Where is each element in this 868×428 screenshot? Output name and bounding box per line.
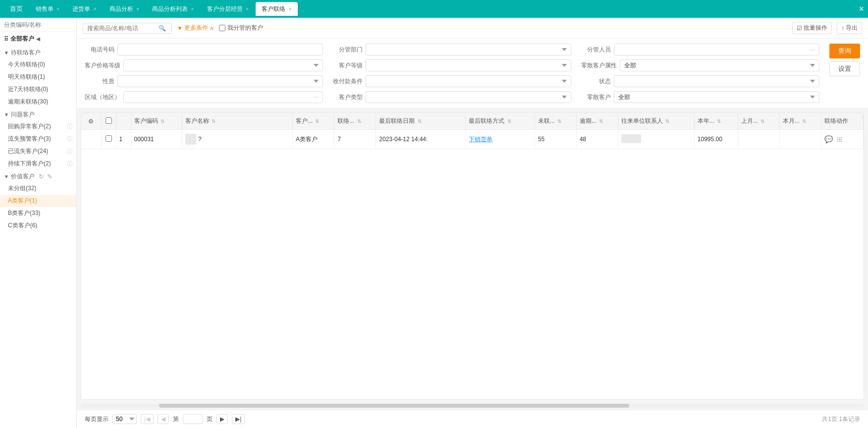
all-customers-header[interactable]: ⠿ 全部客户 ◀ bbox=[0, 32, 76, 46]
collapse-icon: ◀ bbox=[36, 36, 40, 42]
sidebar-item-ungrouped[interactable]: 未分组(32) bbox=[0, 182, 76, 195]
first-page-button[interactable]: |◀ bbox=[141, 414, 154, 424]
next-page-button[interactable]: ▶ bbox=[217, 414, 228, 424]
col-gear[interactable]: ⚙ bbox=[81, 113, 101, 130]
customer-level-select[interactable] bbox=[366, 59, 571, 71]
manager-input[interactable]: ··· bbox=[614, 44, 819, 55]
action-qr-icon[interactable]: ⊞ bbox=[837, 135, 843, 143]
sidebar-item-a-class[interactable]: A类客户(1) bbox=[0, 195, 76, 207]
row-this-year: 10995.00 bbox=[694, 130, 738, 149]
filter-more-btn[interactable]: ▼ 更多条件 ∧ bbox=[177, 24, 214, 32]
nav-home[interactable]: 首页 bbox=[4, 4, 29, 13]
sidebar-item-7days[interactable]: 近7天待联络(0) bbox=[0, 83, 76, 96]
col-no-contact[interactable]: 未联... ⇅ bbox=[535, 113, 576, 130]
region-input[interactable]: ··· bbox=[123, 91, 323, 103]
col-contact-count[interactable]: 联络... ⇅ bbox=[334, 113, 376, 130]
pending-contact-group[interactable]: ▼ 待联络客户 bbox=[0, 46, 76, 58]
nature-select[interactable] bbox=[117, 75, 323, 87]
scrollbar-area bbox=[81, 404, 864, 408]
price-level-select[interactable] bbox=[123, 59, 323, 71]
total-label: 共1页 1条记录 bbox=[822, 415, 860, 424]
sidebar: 🔍 ⠿ 全部客户 ◀ ▼ 待联络客户 今天待联络(0) 明天待联络(1) 近7天… bbox=[0, 18, 77, 428]
sidebar-search-input[interactable] bbox=[4, 21, 77, 28]
action-chat-icon[interactable]: 💬 bbox=[824, 135, 833, 143]
col-last-contact-method[interactable]: 最后联络方式 ⇅ bbox=[466, 113, 535, 130]
refresh-icon[interactable]: ↻ bbox=[39, 173, 44, 180]
last-page-button[interactable]: ▶| bbox=[232, 414, 245, 424]
close-sales-tab[interactable]: × bbox=[56, 6, 59, 12]
sidebar-item-churned[interactable]: 已流失客户(24) ⓘ bbox=[0, 145, 76, 158]
sidebar-item-today[interactable]: 今天待联络(0) bbox=[0, 58, 76, 71]
col-this-month[interactable]: 本月... ⇅ bbox=[779, 113, 821, 130]
sort-unit-icon: ⇅ bbox=[665, 118, 669, 124]
phone-input[interactable] bbox=[117, 44, 323, 55]
sidebar-item-declining[interactable]: 持续下滑客户(2) ⓘ bbox=[0, 158, 76, 170]
sort-code-icon: ⇅ bbox=[161, 118, 164, 124]
col-overdue[interactable]: 逾期... ⇅ bbox=[576, 113, 618, 130]
settings-button[interactable]: 设置 bbox=[829, 61, 860, 76]
close-goods-list-tab[interactable]: × bbox=[191, 6, 194, 12]
row-contact-count: 7 bbox=[334, 130, 376, 149]
close-segment-tab[interactable]: × bbox=[246, 6, 249, 12]
filter-search-input[interactable] bbox=[87, 25, 157, 32]
select-all-checkbox[interactable] bbox=[106, 117, 112, 124]
col-type[interactable]: 客户... ⇅ bbox=[293, 113, 334, 130]
close-goods-analysis-tab[interactable]: × bbox=[136, 6, 139, 12]
query-button[interactable]: 查询 bbox=[829, 44, 860, 58]
tab-customer-segment[interactable]: 客户分层经营 × bbox=[201, 2, 255, 16]
row-select-checkbox[interactable] bbox=[106, 135, 112, 142]
close-contact-tab[interactable]: × bbox=[288, 6, 291, 12]
payment-select[interactable] bbox=[366, 75, 571, 87]
filter-search-icon[interactable]: 🔍 bbox=[159, 25, 166, 32]
col-name[interactable]: 客户名称 ⇅ bbox=[182, 113, 293, 130]
col-this-year[interactable]: 本年... ⇅ bbox=[694, 113, 738, 130]
col-last-contact-date[interactable]: 最后联络日期 ⇅ bbox=[376, 113, 466, 130]
sidebar-item-b-class[interactable]: B类客户(33) bbox=[0, 207, 76, 219]
close-purchase-tab[interactable]: × bbox=[93, 6, 96, 12]
row-last-contact-method[interactable]: 下销货单 bbox=[466, 130, 535, 149]
dept-select[interactable] bbox=[366, 44, 571, 55]
filter-nature: 性质 bbox=[85, 75, 323, 87]
tab-purchase[interactable]: 进货单 × bbox=[66, 2, 102, 16]
tab-customer-contact[interactable]: 客户联络 × bbox=[256, 2, 297, 16]
scatter-customer-select[interactable]: 全部 bbox=[614, 91, 819, 103]
sort-lmonth-icon: ⇅ bbox=[760, 118, 764, 124]
tab-goods-analysis[interactable]: 商品分析 × bbox=[104, 2, 145, 16]
batch-op-button[interactable]: ☑ 批量操作 bbox=[792, 22, 832, 34]
sidebar-item-repurchase[interactable]: 回购异常客户(2) ⓘ bbox=[0, 120, 76, 133]
col-last-month[interactable]: 上月... ⇅ bbox=[738, 113, 779, 130]
page-number-input[interactable]: 1 bbox=[183, 414, 203, 424]
customer-type-select[interactable] bbox=[366, 91, 571, 103]
my-customers-checkbox[interactable] bbox=[219, 25, 225, 31]
filter-search-box: 🔍 bbox=[83, 23, 172, 34]
sidebar-item-c-class[interactable]: C类客户(6) bbox=[0, 219, 76, 232]
page-size-select[interactable]: 50 100 200 bbox=[112, 414, 137, 424]
tab-sales[interactable]: 销售单 × bbox=[30, 2, 65, 16]
sidebar-item-tomorrow[interactable]: 明天待联络(1) bbox=[0, 71, 76, 83]
problem-customers-group[interactable]: ▼ 问题客户 bbox=[0, 108, 76, 120]
row-overdue: 48 bbox=[576, 130, 618, 149]
arrow-down-icon3: ▼ bbox=[4, 174, 9, 179]
col-code[interactable]: 客户编码 ⇅ bbox=[131, 113, 182, 130]
sidebar-item-overdue[interactable]: 逾期未联络(30) bbox=[0, 96, 76, 108]
main-layout: 🔍 ⠿ 全部客户 ◀ ▼ 待联络客户 今天待联络(0) 明天待联络(1) 近7天… bbox=[0, 18, 868, 428]
value-customers-group[interactable]: ▼ 价值客户 ↻ ✎ bbox=[0, 170, 76, 182]
col-unit-contact[interactable]: 往来单位联系人 ⇅ bbox=[618, 113, 695, 130]
sort-date-icon: ⇅ bbox=[418, 118, 422, 124]
export-button[interactable]: ↑ 导出 bbox=[837, 22, 862, 34]
filter-dept: 分管部门 bbox=[333, 44, 571, 55]
filter-price-level: 客户价格等级 bbox=[85, 59, 323, 71]
sort-tmonth-icon: ⇅ bbox=[802, 118, 806, 124]
edit-icon[interactable]: ✎ bbox=[47, 173, 53, 180]
prev-page-button[interactable]: ◀ bbox=[158, 414, 169, 424]
pagination-bar: 每页显示 50 100 200 |◀ ◀ 第 1 页 ▶ ▶| 共1页 1条记录 bbox=[77, 410, 868, 428]
chevron-icon: ∧ bbox=[210, 25, 214, 32]
filter-region: 区域（地区） ··· bbox=[85, 91, 323, 103]
sidebar-item-churn-warning[interactable]: 流失预警客户(3) ⓘ bbox=[0, 133, 76, 145]
close-all-button[interactable]: × bbox=[859, 4, 864, 14]
tab-goods-analysis-list[interactable]: 商品分析列表 × bbox=[146, 2, 200, 16]
top-nav: 首页 销售单 × 进货单 × 商品分析 × 商品分析列表 × 客户分层经营 × … bbox=[0, 0, 868, 18]
arrow-down-icon2: ▼ bbox=[4, 112, 9, 117]
status-select[interactable] bbox=[614, 75, 819, 87]
scatter-attr-select[interactable]: 全部 bbox=[620, 59, 819, 71]
